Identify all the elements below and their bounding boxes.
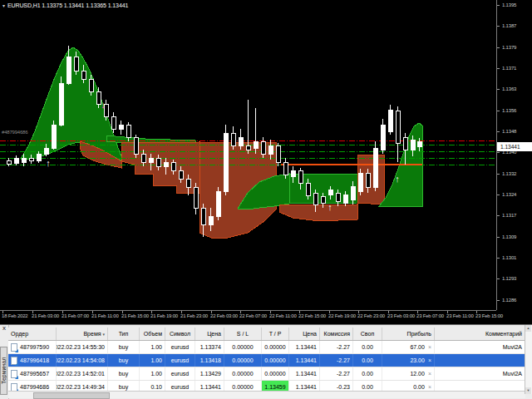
cell-value: 0.00	[362, 342, 373, 353]
cell-value: 1.13429	[200, 368, 221, 380]
order-doc-icon	[11, 383, 17, 392]
arrow-down-icon: ↓	[101, 100, 106, 110]
cell-value: 2022.02.23 14:52:01	[57, 368, 105, 380]
column-header-volume[interactable]: Объем	[140, 328, 165, 340]
time-axis-label: 22 Feb 07:00	[239, 313, 267, 318]
cell-order: 487997590	[8, 341, 57, 353]
cell-profit: 67.00×	[382, 341, 435, 353]
scroll-down-icon[interactable]: ▼	[525, 387, 531, 394]
price-axis-label: 1.1348	[502, 129, 516, 134]
cell-swap: 0.00	[353, 367, 382, 380]
candle-body	[283, 162, 288, 175]
cell-comment: Muvi2A	[435, 367, 525, 380]
cell-value: 12.00	[410, 368, 425, 380]
candle-body	[328, 190, 332, 195]
cell-value: 2022.02.23 14:54:08	[57, 355, 105, 367]
column-header-label: Своп	[361, 328, 374, 340]
close-order-button[interactable]: ×	[428, 368, 431, 380]
vertical-scrollbar[interactable]: ▲ ▼	[525, 325, 532, 394]
candle-body	[7, 160, 11, 164]
column-header-label: T / P	[269, 328, 282, 340]
order-doc-icon	[11, 370, 17, 378]
order-row[interactable]: 4879956572022.02.23 14:52:01buy1.00eurus…	[8, 367, 525, 381]
candle-body	[336, 193, 340, 201]
price-axis-tick	[497, 215, 500, 216]
column-header-tp[interactable]: T / P	[262, 328, 289, 340]
price-axis-tick	[497, 195, 500, 195]
cell-time: 2022.02.23 14:55:30	[57, 341, 108, 353]
chart-canvas[interactable]: ↑↓↑↑	[0, 0, 496, 310]
time-axis-label: 18 Feb 2022	[2, 313, 28, 318]
cell-time: 2022.02.23 14:54:08	[57, 354, 108, 367]
price-axis-label: 1.1301	[502, 255, 516, 260]
terminal-panel: x Терминал ОрдерВремя▾ТипОбъемСимволЦена…	[0, 324, 532, 399]
cell-tp: 0.00000	[262, 354, 289, 367]
order-row[interactable]: 4879964182022.02.23 14:54:08buy1.00eurus…	[8, 354, 525, 367]
candle-body	[14, 158, 18, 163]
candle-body	[268, 145, 273, 154]
column-header-label: S / L	[237, 328, 249, 340]
chart-dropdown-icon[interactable]: ▾	[2, 3, 5, 8]
price-axis-label: 1.1395	[502, 2, 516, 7]
horizontal-scrollbar-thumb[interactable]	[33, 392, 110, 399]
column-header-profit[interactable]: Прибыль	[382, 328, 435, 340]
cell-type: buy	[108, 367, 140, 380]
column-header-order[interactable]: Ордер	[8, 328, 57, 340]
close-order-button[interactable]: ×	[428, 355, 431, 367]
column-header-label: Тип	[119, 328, 129, 340]
column-header-time[interactable]: Время▾	[57, 328, 108, 340]
price-axis-tick	[497, 300, 500, 301]
column-header-comment[interactable]: Комментарий	[435, 328, 525, 340]
column-header-type[interactable]: Тип	[108, 328, 140, 340]
cell-value: 1.13374	[200, 342, 221, 353]
column-header-label: Комментарий	[485, 328, 522, 340]
cell-value: eurusd	[171, 355, 189, 367]
order-row[interactable]: 4879975902022.02.23 14:55:30buy1.00eurus…	[8, 341, 525, 354]
candle-body	[119, 125, 123, 129]
column-header-sl[interactable]: S / L	[224, 328, 262, 340]
candle-body	[351, 186, 355, 200]
column-header-price[interactable]: Цена	[195, 328, 224, 340]
candle-body	[179, 170, 183, 179]
candle-body	[52, 125, 56, 148]
scroll-up-icon[interactable]: ▲	[525, 325, 531, 332]
column-header-commission[interactable]: Комиссия	[320, 328, 353, 340]
cell-comment	[435, 354, 525, 367]
terminal-tab[interactable]: Терминал	[0, 347, 7, 395]
candle-body	[126, 125, 131, 137]
cell-tp: 0.00000	[262, 341, 289, 353]
candle-body	[291, 170, 295, 176]
price-axis-tick	[497, 68, 500, 69]
candle-body	[403, 137, 407, 150]
cell-value: 1.00	[150, 342, 162, 353]
cell-commission: -2.27	[320, 354, 353, 367]
cell-value: buy	[119, 355, 128, 367]
order-doc-icon	[11, 343, 17, 352]
orders-table-body: 4879975902022.02.23 14:55:30buy1.00eurus…	[8, 341, 525, 394]
cell-type: buy	[108, 354, 140, 367]
close-icon[interactable]: x	[1, 325, 7, 332]
price-axis-label: 1.1379	[502, 45, 516, 50]
chart-panel[interactable]: ↑↓↑↑ ▾EURUSD,H1 1.13375 1.13441 1.13365 …	[0, 0, 532, 324]
close-order-button[interactable]: ×	[428, 342, 431, 353]
time-axis-label: 23 Feb 07:00	[416, 313, 444, 318]
cell-value: -2.27	[337, 342, 350, 353]
cell-sl: 0.00000	[224, 367, 262, 380]
column-header-label: Цена	[303, 328, 317, 340]
column-header-label: Символ	[170, 328, 190, 340]
candle-body	[216, 191, 220, 216]
cell-value: buy	[119, 368, 128, 380]
cell-value: 0.00	[362, 368, 373, 380]
cell-sl: 0.00000	[224, 354, 262, 367]
candle-body	[231, 133, 235, 145]
cell-symbol: eurusd	[165, 367, 195, 380]
candle-body	[298, 170, 303, 183]
column-header-swap[interactable]: Своп	[353, 328, 382, 340]
column-header-price2[interactable]: Цена	[289, 328, 320, 340]
cell-swap: 0.00	[353, 354, 382, 367]
candle-body	[96, 91, 101, 104]
horizontal-scrollbar[interactable]	[8, 391, 525, 398]
price-axis-tick	[497, 174, 500, 175]
candle-body	[261, 141, 265, 154]
column-header-symbol[interactable]: Символ	[165, 328, 195, 340]
